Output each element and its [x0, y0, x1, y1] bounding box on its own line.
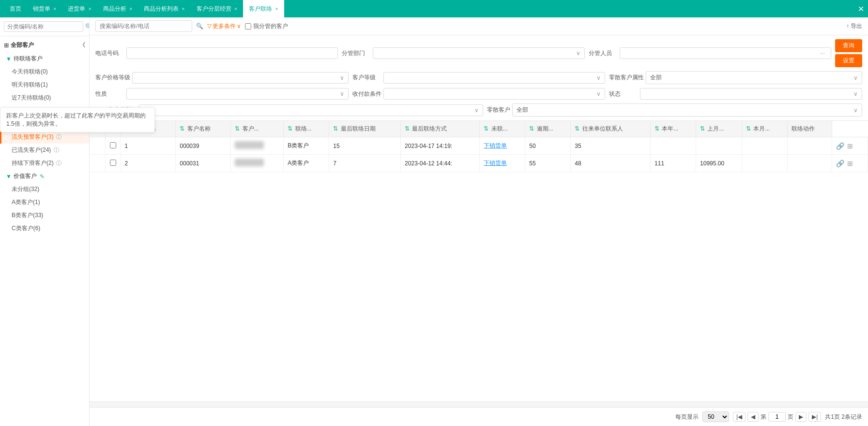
sidebar-item-today[interactable]: 今天待联络(0) — [0, 65, 89, 78]
col-level[interactable]: ⇅ 客户... — [231, 121, 284, 137]
current-page-input[interactable] — [768, 412, 786, 422]
col-contact-count[interactable]: ⇅ 联络... — [284, 121, 329, 137]
cell-method-2[interactable]: 下销货单 — [480, 155, 525, 172]
filter-phone-label: 电话号码 — [95, 49, 124, 58]
close-product-analysis-icon[interactable]: × — [129, 6, 132, 12]
filter-nature-select[interactable]: ∨ — [126, 88, 349, 100]
filter-row-2: 客户价格等级 ∨ 客户等级 ∨ 零散客户属性 全部 — [95, 71, 862, 84]
my-customers-checkbox-label[interactable]: 我分管的客户 — [245, 22, 288, 30]
link-action-icon-2[interactable]: 🔗 — [836, 160, 844, 167]
export-button[interactable]: ↑ 导出 — [846, 22, 862, 30]
col-name[interactable]: ⇅ 客户名称 — [176, 121, 231, 137]
sidebar-item-b-class[interactable]: B类客户(33) — [0, 209, 89, 222]
filter-dept-label: 分管部门 — [342, 49, 371, 58]
sidebar-item-lost[interactable]: 已流失客户(24) ⓘ — [0, 144, 89, 157]
sort-icon-this-month: ⇅ — [746, 125, 751, 132]
filter-phone: 电话号码 — [95, 47, 338, 59]
filter-payment-select[interactable]: ∨ — [383, 88, 606, 100]
settings-button[interactable]: 设置 — [835, 54, 862, 67]
filter-customer-type-select[interactable]: ∨ — [139, 104, 483, 116]
nav-purchase[interactable]: 进货单 × — [62, 0, 97, 17]
cell-level-2: A类客户 — [284, 155, 329, 172]
grid-action-icon-1[interactable]: ⊞ — [847, 142, 853, 150]
cell-overdue-1: 35 — [571, 137, 651, 155]
filter-manager-dots[interactable]: ··· — [818, 50, 827, 57]
nav-customer-tier[interactable]: 客户分层经营 × — [191, 0, 243, 17]
cell-person-2: 111 — [651, 155, 696, 172]
sidebar-search-input[interactable] — [4, 21, 83, 32]
col-no-contact[interactable]: ⇅ 未联... — [480, 121, 525, 137]
horizontal-scrollbar[interactable] — [90, 401, 868, 407]
close-customer-contact-icon[interactable]: × — [275, 6, 278, 12]
sidebar-section-value[interactable]: ▼ 价值客户 ✎ — [0, 170, 89, 183]
nav-home[interactable]: 首页 — [4, 0, 27, 17]
next-page-button[interactable]: ▶ — [795, 412, 807, 422]
cell-count-2: 7 — [329, 155, 401, 172]
close-sales-icon[interactable]: × — [53, 6, 56, 12]
sidebar-item-ungrouped[interactable]: 未分组(32) — [0, 183, 89, 196]
cell-overdue-2: 48 — [571, 155, 651, 172]
per-page-select[interactable]: 50 100 200 — [702, 411, 729, 422]
sidebar-search-icon[interactable]: 🔍 — [85, 23, 90, 30]
close-customer-tier-icon[interactable]: × — [234, 6, 237, 12]
nav-customer-contact[interactable]: 客户联络 × — [243, 0, 284, 17]
edit-icon[interactable]: ✎ — [40, 173, 45, 180]
col-last-month[interactable]: ⇅ 上月... — [696, 121, 742, 137]
close-purchase-icon[interactable]: × — [88, 6, 91, 12]
sort-icon-this-year: ⇅ — [655, 125, 659, 132]
row2-checkbox[interactable] — [110, 160, 116, 166]
action-buttons: 查询 设置 — [835, 39, 862, 67]
filter-phone-input[interactable] — [126, 47, 338, 59]
method-link-1[interactable]: 下销货单 — [484, 142, 507, 149]
action-icons-2: 🔗 ⊞ — [836, 160, 864, 167]
filter-retail-select[interactable]: 全部 ∨ — [512, 103, 862, 117]
col-last-method[interactable]: ⇅ 最后联络方式 — [401, 121, 480, 137]
first-page-button[interactable]: |◀ — [733, 412, 746, 422]
sidebar-item-tomorrow[interactable]: 明天待联络(1) — [0, 78, 89, 91]
nav-product-analysis-list[interactable]: 商品分析列表 × — [138, 0, 190, 17]
cell-checkbox-2[interactable] — [105, 155, 121, 172]
cell-action-1: 🔗 ⊞ — [832, 137, 868, 155]
sidebar-item-7days[interactable]: 近7天待联络(0) — [0, 91, 89, 104]
search-input[interactable] — [95, 20, 192, 32]
sidebar-item-active[interactable]: 流失预警客户(3) ⓘ — [0, 131, 89, 144]
link-action-icon-1[interactable]: 🔗 — [836, 142, 844, 150]
filter-status-select[interactable]: ∨ — [640, 88, 862, 100]
nav-product-analysis[interactable]: 商品分析 × — [97, 0, 138, 17]
cell-person-1 — [651, 137, 696, 155]
window-close-button[interactable]: ✕ — [858, 4, 864, 14]
col-overdue[interactable]: ⇅ 逾期... — [525, 121, 571, 137]
filter-customer-level-select[interactable]: ∨ — [383, 72, 606, 84]
search-button[interactable]: 🔍 — [196, 23, 203, 29]
prev-page-button[interactable]: ◀ — [747, 412, 759, 422]
sidebar-section-pending[interactable]: ▼ 待联络客户 — [0, 52, 89, 65]
my-customers-checkbox[interactable] — [245, 23, 251, 29]
col-this-year[interactable]: ⇅ 本年... — [651, 121, 696, 137]
cell-method-1[interactable]: 下销货单 — [480, 137, 525, 155]
query-button[interactable]: 查询 — [835, 39, 862, 52]
cell-checkbox-1[interactable] — [105, 137, 121, 155]
col-contact-person[interactable]: ⇅ 往来单位联系人 — [571, 121, 651, 137]
filter-scatter-select[interactable]: 全部 ∨ — [646, 71, 862, 84]
filter-price-select[interactable]: ∨ — [132, 72, 349, 84]
filter-payment: 收付款条件 ∨ — [352, 88, 606, 100]
grid-action-icon-2[interactable]: ⊞ — [847, 160, 853, 167]
info-icon-4: ⓘ — [56, 160, 61, 166]
nav-sales[interactable]: 销货单 × — [27, 0, 62, 17]
sidebar-item-declining[interactable]: 持续下滑客户(2) ⓘ — [0, 157, 89, 170]
close-product-list-icon[interactable]: × — [182, 6, 184, 12]
method-link-2[interactable]: 下销货单 — [484, 160, 507, 166]
col-last-date[interactable]: ⇅ 最后联络日期 — [329, 121, 401, 137]
row1-checkbox[interactable] — [110, 142, 116, 148]
cell-this-year-2: 10995.00 — [696, 155, 742, 172]
col-this-month[interactable]: ⇅ 本月... — [742, 121, 788, 137]
sidebar-item-c-class[interactable]: C类客户(6) — [0, 222, 89, 235]
last-page-button[interactable]: ▶| — [808, 412, 821, 422]
filter-manager-select[interactable]: ··· — [620, 47, 831, 59]
more-conditions-button[interactable]: ▽ 更多条件 ∨ — [207, 22, 241, 30]
sidebar-item-a-class[interactable]: A类客户(1) — [0, 196, 89, 209]
filter-dept-select[interactable]: ∨ — [373, 47, 584, 59]
sidebar-all-customers[interactable]: ⊞ 全部客户 《 — [0, 38, 89, 52]
cell-code-1: 000039 — [176, 137, 231, 155]
sidebar-collapse-icon[interactable]: 《 — [79, 41, 85, 49]
